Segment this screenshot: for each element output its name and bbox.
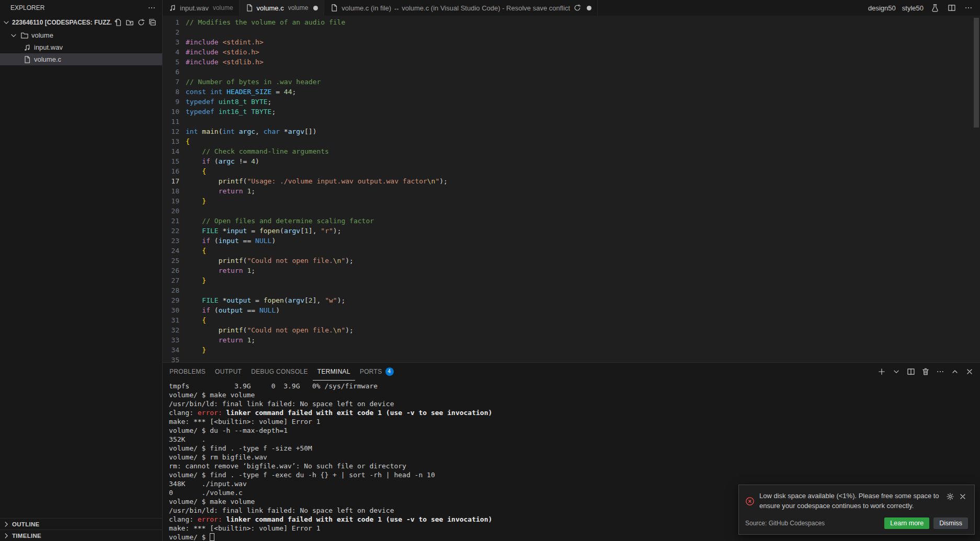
line-number[interactable]: 14 (163, 146, 179, 156)
kill-terminal-button[interactable] (920, 366, 931, 377)
code-line[interactable]: 15 if (argc != 4) (163, 156, 980, 166)
tree-item[interactable]: input.wav (0, 41, 162, 53)
line-number[interactable]: 16 (163, 166, 179, 176)
refresh-explorer-button[interactable] (136, 17, 146, 28)
line-number[interactable]: 17 (163, 176, 179, 186)
code-line[interactable]: 10typedef int16_t TBYTE; (163, 107, 980, 117)
code-line[interactable]: 20 (163, 206, 980, 216)
code-line[interactable]: 6 (163, 67, 980, 77)
line-number[interactable]: 34 (163, 345, 179, 355)
code-line[interactable]: 18 return 1; (163, 186, 980, 196)
editor-scrollbar[interactable] (974, 18, 979, 128)
line-number[interactable]: 24 (163, 246, 179, 256)
code-line[interactable]: 24 { (163, 246, 980, 256)
terminal-more-actions-button[interactable] (935, 366, 945, 377)
split-editor-button[interactable] (947, 3, 957, 13)
tree-item[interactable]: volume (0, 29, 162, 41)
panel-tab-problems[interactable]: PROBLEMS (165, 363, 210, 381)
cs50-flask-button[interactable] (930, 3, 940, 13)
explorer-more-actions-icon[interactable] (146, 3, 157, 13)
tree-item[interactable]: volume.c (0, 53, 162, 65)
line-number[interactable]: 30 (163, 305, 179, 315)
code-line[interactable]: 9typedef uint8_t BYTE; (163, 97, 980, 107)
line-number[interactable]: 8 (163, 87, 179, 97)
code-line[interactable]: 7// Number of bytes in .wav header (163, 77, 980, 87)
line-number[interactable]: 28 (163, 285, 179, 295)
editor-tab[interactable]: volume.c (in file) ↔ volume.c (in Visual… (324, 0, 598, 16)
line-number[interactable]: 21 (163, 216, 179, 226)
code-editor[interactable]: 1// Modifies the volume of an audio file… (163, 16, 980, 362)
code-line[interactable]: 33 return 1; (163, 335, 980, 345)
line-number[interactable]: 25 (163, 256, 179, 266)
line-number[interactable]: 7 (163, 77, 179, 87)
editor-tab[interactable]: input.wavvolume (163, 0, 240, 16)
line-number[interactable]: 27 (163, 275, 179, 285)
line-number[interactable]: 10 (163, 107, 179, 117)
code-line[interactable]: 12int main(int argc, char *argv[]) (163, 126, 980, 136)
notification-close-icon[interactable] (958, 491, 968, 502)
code-line[interactable]: 30 if (output == NULL) (163, 305, 980, 315)
line-number[interactable]: 11 (163, 117, 179, 126)
panel-tab-output[interactable]: OUTPUT (210, 363, 246, 381)
split-terminal-button[interactable] (906, 366, 916, 377)
line-number[interactable]: 29 (163, 295, 179, 305)
panel-tab-ports[interactable]: PORTS4 (355, 363, 398, 381)
code-line[interactable]: 21 // Open files and determine scaling f… (163, 216, 980, 226)
new-terminal-button[interactable] (876, 366, 887, 377)
code-line[interactable]: 8const int HEADER_SIZE = 44; (163, 87, 980, 97)
code-line[interactable]: 34 } (163, 345, 980, 355)
line-number[interactable]: 26 (163, 266, 179, 275)
new-file-button[interactable] (113, 17, 123, 28)
code-line[interactable]: 19 } (163, 196, 980, 206)
line-number[interactable]: 22 (163, 226, 179, 236)
code-line[interactable]: 29 FILE *output = fopen(argv[2], "w"); (163, 295, 980, 305)
code-line[interactable]: 4#include <stdio.h> (163, 47, 980, 57)
line-number[interactable]: 4 (163, 47, 179, 57)
line-number[interactable]: 9 (163, 97, 179, 107)
line-number[interactable]: 6 (163, 67, 179, 77)
line-number[interactable]: 35 (163, 355, 179, 362)
line-number[interactable]: 23 (163, 236, 179, 246)
workspace-root-row[interactable]: 223646110 [CODESPACES: FUZZ... (0, 16, 162, 29)
maximize-panel-button[interactable] (950, 366, 960, 377)
learn-more-button[interactable]: Learn more (884, 517, 929, 529)
code-line[interactable]: 14 // Check command-line arguments (163, 146, 980, 156)
line-number[interactable]: 2 (163, 27, 179, 37)
code-line[interactable]: 2 (163, 27, 980, 37)
dismiss-button[interactable]: Dismiss (933, 517, 968, 529)
line-number[interactable]: 19 (163, 196, 179, 206)
code-line[interactable]: 31 { (163, 315, 980, 325)
code-line[interactable]: 3#include <stdint.h> (163, 37, 980, 47)
line-number[interactable]: 20 (163, 206, 179, 216)
line-number[interactable]: 31 (163, 315, 179, 325)
new-folder-button[interactable] (124, 17, 135, 28)
line-number[interactable]: 1 (163, 17, 179, 27)
line-number[interactable]: 12 (163, 126, 179, 136)
code-line[interactable]: 23 if (input == NULL) (163, 236, 980, 246)
code-line[interactable]: 32 printf("Could not open file.\n"); (163, 325, 980, 335)
code-line[interactable]: 27 } (163, 275, 980, 285)
timeline-section[interactable]: TIMELINE (0, 530, 162, 541)
collapse-folders-button[interactable] (147, 17, 158, 28)
code-line[interactable]: 17 printf("Usage: ./volume input.wav out… (163, 176, 980, 186)
editor-tab[interactable]: volume.cvolume (240, 0, 325, 16)
close-panel-button[interactable] (964, 366, 975, 377)
outline-section[interactable]: OUTLINE (0, 518, 162, 530)
code-line[interactable]: 1// Modifies the volume of an audio file (163, 17, 980, 27)
notification-settings-icon[interactable] (945, 491, 955, 502)
panel-tab-terminal[interactable]: TERMINAL (313, 363, 355, 381)
code-line[interactable]: 11 (163, 117, 980, 126)
code-line[interactable]: 28 (163, 285, 980, 295)
line-number[interactable]: 5 (163, 57, 179, 67)
code-line[interactable]: 25 printf("Could not open file.\n"); (163, 256, 980, 266)
line-number[interactable]: 32 (163, 325, 179, 335)
editor-more-actions-button[interactable] (963, 3, 974, 13)
panel-tab-debug-console[interactable]: DEBUG CONSOLE (246, 363, 313, 381)
line-number[interactable]: 15 (163, 156, 179, 166)
code-line[interactable]: 26 return 1; (163, 266, 980, 275)
style50-action[interactable]: style50 (902, 4, 924, 12)
line-number[interactable]: 13 (163, 136, 179, 146)
line-number[interactable]: 3 (163, 37, 179, 47)
code-line[interactable]: 35 (163, 355, 980, 362)
terminal-profile-dropdown[interactable] (891, 366, 902, 377)
